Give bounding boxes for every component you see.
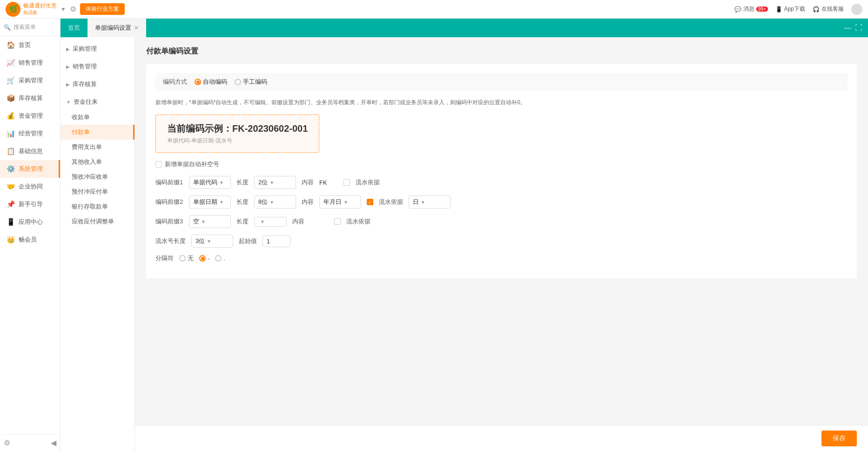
- group-sales-title[interactable]: ▶ 销售管理: [61, 59, 135, 74]
- sidebar-item-enterprise[interactable]: 🤝 企业协同: [0, 178, 60, 195]
- separator-dash[interactable]: -: [199, 255, 209, 262]
- sub-item-payments[interactable]: 付款单: [61, 125, 135, 140]
- sidebar-item-purchase[interactable]: 🛒 采购管理: [0, 72, 60, 89]
- serial-length-select[interactable]: 3位 ▼: [191, 235, 233, 248]
- sidebar-search[interactable]: 🔍 搜索菜单: [0, 19, 60, 36]
- start-value-input[interactable]: [262, 236, 290, 247]
- message-badge: 99+: [756, 7, 768, 12]
- radio-manual-encoding[interactable]: 手工编码: [235, 78, 267, 86]
- sidebar-item-inventory[interactable]: 📦 库存核算: [0, 89, 60, 107]
- prefix3-label: 编码前缀3: [155, 217, 183, 226]
- purchase-icon: 🛒: [7, 76, 15, 85]
- prefix3-select[interactable]: 空 ▼: [189, 215, 231, 228]
- top-bar-left: 🌿 畅通通好生意 拓品版 ▼ ⚙ 体验行业方案: [6, 2, 125, 17]
- sub-item-adjustment[interactable]: 应收应付调整单: [61, 214, 135, 229]
- radio-auto-encoding[interactable]: 自动编码: [195, 78, 227, 86]
- sidebar-nav: 🏠 首页 📈 销售管理 🛒 采购管理 📦 库存核算 💰 资金管理 📊 经: [0, 36, 60, 434]
- sub-item-receipts[interactable]: 收款单: [61, 110, 135, 125]
- message-button[interactable]: 💬 消息 99+: [734, 5, 768, 13]
- encoding-radio-group: 自动编码 手工编码: [195, 78, 267, 86]
- online-service-button[interactable]: 🎧 在线客服: [813, 5, 844, 13]
- sub-sidebar: ▶ 采购管理 ▶ 销售管理 ▶ 库存核算: [61, 37, 135, 451]
- prefix2-date-select[interactable]: 日 ▼: [409, 195, 451, 209]
- prefix2-row: 编码前缀2 单据日期 ▼ 长度 8位 ▼ 内容: [155, 195, 848, 209]
- prefix2-serial-label: 流水依据: [379, 198, 403, 206]
- arrow-icon: ▼: [66, 100, 71, 105]
- sidebar-item-member[interactable]: 👑 畅会员: [0, 231, 60, 249]
- serial-length-arrow-icon: ▼: [207, 239, 211, 244]
- prefix3-length-select[interactable]: ▼: [254, 217, 287, 227]
- prefix2-content-arrow-icon: ▼: [343, 200, 348, 205]
- radio-auto-circle: [195, 79, 201, 85]
- separator-none[interactable]: 无: [179, 254, 194, 263]
- prefix1-select[interactable]: 单据代码 ▼: [189, 176, 231, 189]
- sidebar: 🔍 搜索菜单 🏠 首页 📈 销售管理 🛒 采购管理 📦 库存核算 💰: [0, 19, 61, 451]
- separator-none-circle: [179, 255, 186, 262]
- prefix3-length-arrow-icon: ▼: [260, 219, 265, 224]
- auto-fill-checkbox[interactable]: [155, 161, 162, 168]
- sidebar-item-basic[interactable]: 📋 基础信息: [0, 142, 60, 160]
- prefix2-date-arrow-icon: ▼: [421, 200, 425, 205]
- prefix2-content-select[interactable]: 年月日 ▼: [319, 195, 361, 209]
- prefix1-serial-label: 流水依据: [356, 178, 380, 187]
- prefix1-length-select[interactable]: 2位 ▼: [254, 176, 296, 189]
- sidebar-item-sales[interactable]: 📈 销售管理: [0, 54, 60, 72]
- arrow-icon: ▶: [66, 47, 70, 52]
- system-icon: ⚙️: [7, 165, 15, 173]
- start-value-label: 起始值: [239, 237, 257, 245]
- auto-fill-row: 新增单据自动补空号: [155, 160, 848, 168]
- settings-icon[interactable]: ⚙: [70, 5, 76, 13]
- finance-icon: 💰: [7, 112, 15, 120]
- prefix2-serial-checkbox[interactable]: [367, 199, 373, 205]
- settings-bottom-icon[interactable]: ⚙: [4, 438, 10, 447]
- sidebar-item-operations[interactable]: 📊 经营管理: [0, 125, 60, 142]
- save-button[interactable]: 保存: [821, 431, 857, 446]
- encoding-method-section: 编码方式 自动编码 手工编码: [155, 73, 848, 91]
- prefix1-content-label: 内容: [302, 178, 314, 187]
- sub-item-other-income[interactable]: 其他收入单: [61, 155, 135, 169]
- separator-dash-circle: [199, 255, 206, 262]
- separator-dot[interactable]: .: [215, 255, 225, 262]
- tab-minimize-icon[interactable]: —: [844, 24, 851, 32]
- sub-item-prepaid-payable[interactable]: 预付冲应付单: [61, 184, 135, 199]
- inventory-icon: 📦: [7, 94, 15, 102]
- tab-maximize-icon[interactable]: ⛶: [855, 24, 862, 32]
- prefix2-select[interactable]: 单据日期 ▼: [189, 195, 231, 209]
- search-icon: 🔍: [4, 24, 11, 31]
- newbie-icon: 📌: [7, 200, 15, 209]
- prefix2-length-label: 长度: [236, 198, 249, 206]
- sidebar-item-newbie[interactable]: 📌 新手引导: [0, 195, 60, 213]
- tab-bar: 首页 单据编码设置 ✕ — ⛶: [61, 19, 868, 37]
- logo: 🌿 畅通通好生意 拓品版: [6, 2, 57, 17]
- sub-item-prepaid-receivable[interactable]: 预收冲应收单: [61, 169, 135, 184]
- encoding-method-label: 编码方式: [163, 78, 187, 86]
- collapse-icon[interactable]: ◀: [51, 438, 56, 447]
- prefix3-serial-checkbox[interactable]: [334, 218, 341, 225]
- prefix2-length-select[interactable]: 8位 ▼: [254, 195, 296, 209]
- dropdown-icon[interactable]: ▼: [61, 6, 66, 13]
- user-avatar[interactable]: [851, 4, 862, 15]
- tab-home[interactable]: 首页: [61, 19, 87, 37]
- prefix1-serial-checkbox[interactable]: [343, 179, 350, 186]
- arrow-icon: ▶: [66, 64, 70, 69]
- inner-layout: ▶ 采购管理 ▶ 销售管理 ▶ 库存核算: [61, 37, 868, 451]
- sub-item-expenses[interactable]: 费用支出单: [61, 140, 135, 155]
- group-purchase-title[interactable]: ▶ 采购管理: [61, 41, 135, 57]
- prefix1-length-arrow-icon: ▼: [269, 180, 274, 185]
- sub-item-bank-deposit[interactable]: 银行存取款单: [61, 199, 135, 214]
- tab-close-encoding[interactable]: ✕: [134, 25, 139, 31]
- tab-encoding[interactable]: 单据编码设置 ✕: [87, 19, 146, 37]
- preview-desc: 单据代码-单据日期-流水号: [167, 137, 308, 145]
- group-inventory-title[interactable]: ▶ 库存核算: [61, 76, 135, 92]
- group-capital-title[interactable]: ▼ 资金往来: [61, 94, 135, 110]
- app-download-button[interactable]: 📱 App下载: [775, 5, 805, 13]
- page-title: 付款单编码设置: [146, 47, 857, 56]
- sidebar-item-finance[interactable]: 💰 资金管理: [0, 107, 60, 125]
- prefix1-content-value: FK: [319, 179, 338, 186]
- sidebar-item-home[interactable]: 🏠 首页: [0, 36, 60, 54]
- sidebar-item-system[interactable]: ⚙️ 系统管理: [0, 160, 60, 178]
- group-purchase: ▶ 采购管理: [61, 41, 135, 57]
- sidebar-item-appcenter[interactable]: 📱 应用中心: [0, 213, 60, 231]
- separator-label: 分隔符: [155, 254, 174, 263]
- trial-button[interactable]: 体验行业方案: [80, 3, 125, 15]
